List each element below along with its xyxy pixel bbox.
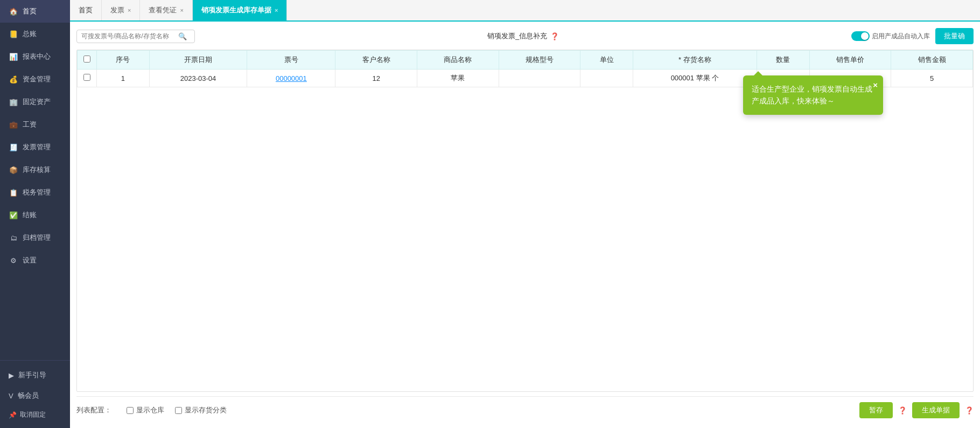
- save-help-icon[interactable]: ❓: [898, 406, 907, 415]
- tab-invoice-label: 发票: [110, 5, 124, 15]
- sidebar-item-label: 固定资产: [23, 97, 51, 107]
- sidebar-item-label: 发票管理: [23, 142, 51, 152]
- settings-icon: ⚙: [9, 256, 18, 265]
- closing-icon: ✅: [9, 210, 18, 220]
- td-product: 苹果: [417, 70, 499, 87]
- sidebar-item-tax[interactable]: 📋 税务管理: [0, 181, 70, 204]
- tab-home-label: 首页: [79, 5, 93, 15]
- invoice-number-link[interactable]: 00000001: [276, 74, 307, 82]
- batch-button[interactable]: 批量确: [935, 28, 974, 44]
- toggle-label: 启用产成品自动入库: [872, 32, 930, 41]
- show-category-item[interactable]: 显示存货分类: [175, 405, 227, 415]
- main-area: 首页 发票 × 查看凭证 × 销项发票生成库存单据 × 🔍 销项发票_信息补充 …: [70, 0, 980, 428]
- show-warehouse-label: 显示仓库: [136, 405, 164, 415]
- sidebar-item-label: 设置: [23, 256, 37, 265]
- td-number: 00000001: [247, 70, 335, 87]
- pin-icon: 📌: [9, 411, 17, 419]
- config-label: 列表配置：: [76, 405, 111, 415]
- th-date: 开票日期: [149, 51, 247, 70]
- bottom-bar: 列表配置： 显示仓库 显示存货分类 暂存 ❓ 生成单据 ❓: [76, 396, 974, 422]
- sidebar-item-ledger[interactable]: 📒 总账: [0, 23, 70, 45]
- tab-home[interactable]: 首页: [70, 0, 102, 20]
- sidebar-item-settings[interactable]: ⚙ 设置: [0, 249, 70, 272]
- sidebar-bottom-label: 新手引导: [18, 370, 46, 380]
- sidebar-item-archive[interactable]: 🗂 归档管理: [0, 226, 70, 249]
- sidebar-item-reports[interactable]: 📊 报表中心: [0, 45, 70, 68]
- sidebar-item-label: 资金管理: [23, 74, 51, 84]
- sidebar-item-label: 结账: [23, 210, 37, 220]
- funds-icon: 💰: [9, 74, 18, 84]
- td-checkbox: [78, 70, 97, 87]
- tab-invoice[interactable]: 发票 ×: [102, 0, 140, 20]
- show-warehouse-checkbox[interactable]: [127, 407, 134, 414]
- sidebar: 🏠 首页 📒 总账 📊 报表中心 💰 资金管理 🏢 固定资产 💼 工资 🧾 发票…: [0, 0, 70, 428]
- auto-warehouse-toggle[interactable]: [851, 31, 870, 41]
- toolbar-right: 启用产成品自动入库 批量确: [851, 28, 974, 44]
- td-unit: [580, 70, 633, 87]
- generate-button[interactable]: 生成单据: [912, 402, 960, 418]
- th-qty: 数量: [757, 51, 809, 70]
- th-customer: 客户名称: [335, 51, 417, 70]
- sidebar-item-assets[interactable]: 🏢 固定资产: [0, 91, 70, 113]
- archive-icon: 🗂: [9, 233, 18, 243]
- tab-voucher-label: 查看凭证: [149, 5, 177, 15]
- sidebar-pin-button[interactable]: 📌 取消固定: [0, 406, 70, 424]
- select-all-checkbox[interactable]: [83, 56, 90, 63]
- tooltip-popup: × 适合生产型企业，销项发票自动生成产成品入库，快来体验～: [743, 75, 883, 115]
- assets-icon: 🏢: [9, 97, 18, 107]
- th-price: 销售单价: [809, 51, 891, 70]
- td-seq: 1: [97, 70, 150, 87]
- sidebar-bottom: ▶ 新手引导 V 畅会员 📌 取消固定: [0, 360, 70, 428]
- td-date: 2023-03-04: [149, 70, 247, 87]
- sidebar-item-inventory[interactable]: 📦 库存核算: [0, 158, 70, 181]
- tab-credit-invoice-close[interactable]: ×: [275, 7, 278, 13]
- tab-voucher[interactable]: 查看凭证 ×: [140, 0, 192, 20]
- toolbar-info: 销项发票_信息补充 ❓: [199, 31, 847, 41]
- toggle-thumb: [861, 32, 869, 40]
- td-customer: 12: [335, 70, 417, 87]
- sidebar-item-funds[interactable]: 💰 资金管理: [0, 68, 70, 91]
- sidebar-bottom-label: 畅会员: [18, 391, 39, 401]
- show-warehouse-item[interactable]: 显示仓库: [127, 405, 164, 415]
- tab-invoice-close[interactable]: ×: [128, 7, 131, 13]
- info-help-icon[interactable]: ❓: [550, 32, 559, 40]
- sidebar-item-label: 税务管理: [23, 188, 51, 197]
- td-inventory: 000001 苹果 个: [633, 70, 757, 87]
- sidebar-item-label: 总账: [23, 29, 37, 39]
- th-spec: 规格型号: [499, 51, 580, 70]
- tooltip-close-button[interactable]: ×: [873, 79, 878, 92]
- th-number: 票号: [247, 51, 335, 70]
- guide-icon: ▶: [9, 371, 14, 379]
- search-box[interactable]: 🔍: [76, 30, 195, 43]
- tab-voucher-close[interactable]: ×: [180, 7, 183, 13]
- sidebar-item-label: 报表中心: [23, 52, 51, 61]
- vip-icon: V: [9, 392, 13, 400]
- save-button[interactable]: 暂存: [859, 402, 893, 418]
- table-header-row: 序号 开票日期 票号 客户名称 商品名称: [78, 51, 973, 70]
- sidebar-item-label: 工资: [23, 120, 37, 129]
- tax-icon: 📋: [9, 188, 18, 197]
- sidebar-item-salary[interactable]: 💼 工资: [0, 113, 70, 136]
- content-area: 🔍 销项发票_信息补充 ❓ 启用产成品自动入库 批量确: [70, 22, 980, 428]
- search-input[interactable]: [81, 32, 178, 40]
- th-checkbox: [78, 51, 97, 70]
- invoice-mgmt-icon: 🧾: [9, 142, 18, 152]
- home-icon: 🏠: [9, 6, 18, 16]
- inventory-icon: 📦: [9, 165, 18, 175]
- bottom-actions: 暂存 ❓ 生成单据 ❓: [859, 402, 974, 418]
- sidebar-item-guide[interactable]: ▶ 新手引导: [0, 365, 70, 385]
- sidebar-item-label: 归档管理: [23, 233, 51, 243]
- row-checkbox[interactable]: [83, 74, 90, 81]
- show-category-checkbox[interactable]: [175, 407, 182, 414]
- tab-credit-invoice-label: 销项发票生成库存单据: [201, 5, 271, 15]
- sidebar-item-closing[interactable]: ✅ 结账: [0, 204, 70, 226]
- th-unit: 单位: [580, 51, 633, 70]
- tab-bar: 首页 发票 × 查看凭证 × 销项发票生成库存单据 ×: [70, 0, 980, 22]
- info-label: 销项发票_信息补充: [487, 31, 547, 41]
- sidebar-item-vip[interactable]: V 畅会员: [0, 385, 70, 406]
- generate-help-icon[interactable]: ❓: [965, 406, 974, 415]
- toolbar: 🔍 销项发票_信息补充 ❓ 启用产成品自动入库 批量确: [76, 28, 974, 44]
- tab-credit-invoice[interactable]: 销项发票生成库存单据 ×: [193, 0, 287, 20]
- sidebar-item-home[interactable]: 🏠 首页: [0, 0, 70, 23]
- sidebar-item-invoice-mgmt[interactable]: 🧾 发票管理: [0, 136, 70, 158]
